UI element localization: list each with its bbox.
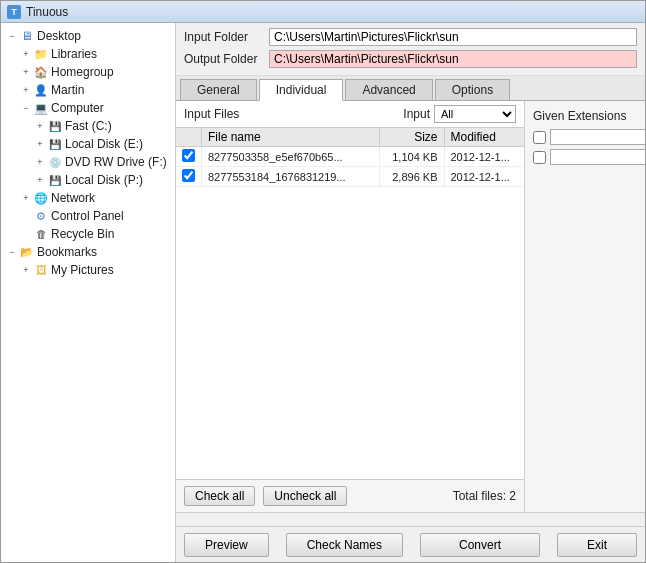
expander-my-pictures[interactable]: + (19, 263, 33, 277)
tab-individual[interactable]: Individual (259, 79, 344, 101)
expander-cp (19, 209, 33, 223)
input-dropdown: Input All Selected Unchecked (403, 105, 516, 123)
main-area: − 🖥 Desktop + 📁 Libraries + 🏠 Homegroup … (1, 23, 645, 562)
ext2-input[interactable] (550, 149, 645, 165)
sidebar-item-fast-c[interactable]: + 💾 Fast (C:) (33, 117, 175, 135)
recycle-icon: 🗑 (33, 227, 49, 241)
bookmarks-icon: 📂 (19, 245, 35, 259)
bottom-toolbar: Preview Check Names Convert Exit (176, 526, 645, 562)
expander-libraries[interactable]: + (19, 47, 33, 61)
col-header-name[interactable]: File name (202, 128, 380, 147)
row1-checkbox[interactable] (182, 149, 195, 162)
convert-button[interactable]: Convert (420, 533, 540, 557)
sidebar: − 🖥 Desktop + 📁 Libraries + 🏠 Homegroup … (1, 23, 176, 562)
row1-check-cell[interactable] (176, 147, 202, 167)
expander-dvd[interactable]: + (33, 155, 47, 169)
ext-row-2 (533, 149, 637, 165)
right-panel: Given Extensions (525, 101, 645, 512)
sidebar-item-local-p[interactable]: + 💾 Local Disk (P:) (33, 171, 175, 189)
sidebar-label-recycle: Recycle Bin (51, 227, 114, 241)
row2-modified: 2012-12-1... (444, 167, 524, 187)
sidebar-item-my-pictures[interactable]: + 🖼 My Pictures (19, 261, 175, 279)
title-text: Tinuous (26, 5, 68, 19)
check-all-button[interactable]: Check all (184, 486, 255, 506)
sidebar-label-bookmarks: Bookmarks (37, 245, 97, 259)
sidebar-label-local-e: Local Disk (E:) (65, 137, 143, 151)
check-names-button[interactable]: Check Names (286, 533, 403, 557)
expander-recycle (19, 227, 33, 241)
ext2-checkbox[interactable] (533, 151, 546, 164)
output-folder-row: Output Folder C:\Users\Martin\Pictures\F… (184, 49, 637, 69)
sidebar-label-local-p: Local Disk (P:) (65, 173, 143, 187)
input-label: Input (403, 107, 430, 121)
sidebar-item-network[interactable]: + 🌐 Network (19, 189, 175, 207)
tab-options[interactable]: Options (435, 79, 510, 100)
row2-checkbox[interactable] (182, 169, 195, 182)
row1-modified: 2012-12-1... (444, 147, 524, 167)
given-extensions-title: Given Extensions (533, 109, 637, 123)
expander-desktop[interactable]: − (5, 29, 19, 43)
table-row: 8277553184_1676831219... 2,896 KB 2012-1… (176, 167, 524, 187)
panel: Input Files Input All Selected Unchecked (176, 101, 645, 512)
output-folder-label: Output Folder (184, 52, 269, 66)
expander-homegroup[interactable]: + (19, 65, 33, 79)
local-p-icon: 💾 (47, 173, 63, 187)
cp-icon: ⚙ (33, 209, 49, 223)
sidebar-item-dvd[interactable]: + 💿 DVD RW Drive (F:) (33, 153, 175, 171)
col-header-size[interactable]: Size (379, 128, 444, 147)
table-row: 8277503358_e5ef670b65... 1,104 KB 2012-1… (176, 147, 524, 167)
input-folder-row: Input Folder C:\Users\Martin\Pictures\Fl… (184, 27, 637, 47)
app-icon: T (7, 5, 21, 19)
hscroll-area (176, 512, 645, 526)
ext1-checkbox[interactable] (533, 131, 546, 144)
row1-size: 1,104 KB (379, 147, 444, 167)
martin-icon: 👤 (33, 83, 49, 97)
sidebar-item-homegroup[interactable]: + 🏠 Homegroup (19, 63, 175, 81)
sidebar-label-libraries: Libraries (51, 47, 97, 61)
local-e-icon: 💾 (47, 137, 63, 151)
sidebar-item-libraries[interactable]: + 📁 Libraries (19, 45, 175, 63)
sidebar-item-recycle[interactable]: 🗑 Recycle Bin (19, 225, 175, 243)
uncheck-all-button[interactable]: Uncheck all (263, 486, 347, 506)
row2-check-cell[interactable] (176, 167, 202, 187)
expander-network[interactable]: + (19, 191, 33, 205)
expander-fast-c[interactable]: + (33, 119, 47, 133)
expander-bookmarks[interactable]: − (5, 245, 19, 259)
exit-button[interactable]: Exit (557, 533, 637, 557)
sidebar-item-computer[interactable]: − 💻 Computer (19, 99, 175, 117)
output-folder-path[interactable]: C:\Users\Martin\Pictures\Flickr\sun (269, 50, 637, 68)
expander-local-p[interactable]: + (33, 173, 47, 187)
sidebar-label-martin: Martin (51, 83, 84, 97)
ext-row-1 (533, 129, 637, 145)
tab-advanced[interactable]: Advanced (345, 79, 432, 100)
file-table: File name Size Modified 8277503358_e5ef6… (176, 127, 524, 479)
sidebar-item-bookmarks[interactable]: − 📂 Bookmarks (5, 243, 175, 261)
my-pictures-icon: 🖼 (33, 263, 49, 277)
sidebar-item-control-panel[interactable]: ⚙ Control Panel (19, 207, 175, 225)
tab-bar: General Individual Advanced Options (176, 76, 645, 101)
sidebar-item-desktop[interactable]: − 🖥 Desktop (5, 27, 175, 45)
title-bar: T Tinuous (1, 1, 645, 23)
input-folder-path[interactable]: C:\Users\Martin\Pictures\Flickr\sun (269, 28, 637, 46)
sidebar-item-local-e[interactable]: + 💾 Local Disk (E:) (33, 135, 175, 153)
expander-local-e[interactable]: + (33, 137, 47, 151)
input-select[interactable]: All Selected Unchecked (434, 105, 516, 123)
left-panel: Input Files Input All Selected Unchecked (176, 101, 525, 512)
sidebar-label-computer: Computer (51, 101, 104, 115)
ext1-input[interactable] (550, 129, 645, 145)
sidebar-label-network: Network (51, 191, 95, 205)
desktop-icon: 🖥 (19, 29, 35, 43)
row2-size: 2,896 KB (379, 167, 444, 187)
expander-martin[interactable]: + (19, 83, 33, 97)
dvd-icon: 💿 (47, 155, 63, 169)
expander-computer[interactable]: − (19, 101, 33, 115)
network-icon: 🌐 (33, 191, 49, 205)
preview-button[interactable]: Preview (184, 533, 269, 557)
tab-general[interactable]: General (180, 79, 257, 100)
sidebar-item-martin[interactable]: + 👤 Martin (19, 81, 175, 99)
computer-icon: 💻 (33, 101, 49, 115)
total-files: Total files: 2 (453, 489, 516, 503)
row2-name: 8277553184_1676831219... (202, 167, 380, 187)
col-header-modified[interactable]: Modified (444, 128, 524, 147)
sidebar-label-dvd: DVD RW Drive (F:) (65, 155, 167, 169)
